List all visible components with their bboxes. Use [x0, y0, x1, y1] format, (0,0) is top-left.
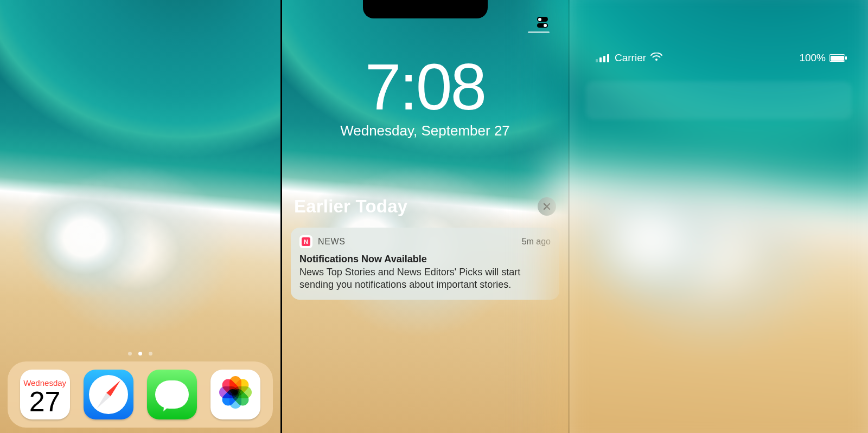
lock-date: Wednesday, September 27 [282, 122, 568, 139]
battery-icon [829, 54, 845, 62]
toggle-switch-icon [537, 17, 548, 22]
page-dot[interactable] [149, 352, 152, 356]
news-glyph: N [302, 237, 310, 246]
page-indicator[interactable] [0, 352, 280, 356]
messages-app-icon[interactable] [147, 370, 197, 419]
calendar-app-icon[interactable]: Wednesday 27 [20, 370, 70, 419]
svg-point-0 [655, 59, 658, 61]
notification-body: News Top Stories and News Editors' Picks… [299, 266, 551, 291]
notification-time: 5m ago [522, 237, 551, 247]
notification-app-name: NEWS [318, 237, 345, 247]
page-dot[interactable] [128, 352, 132, 356]
simulator-toggle[interactable] [528, 15, 550, 33]
notification-card[interactable]: N NEWS 5m ago Notifications Now Availabl… [291, 228, 559, 300]
dock: Wednesday 27 [8, 361, 273, 428]
status-bar: Carrier 100% [570, 52, 868, 64]
notification-title: Notifications Now Available [299, 254, 551, 265]
news-app-icon: N [299, 235, 312, 248]
lock-time: 7:08 [282, 54, 568, 119]
calendar-daynum: 27 [29, 387, 61, 416]
notch [363, 0, 488, 18]
wifi-icon [650, 52, 662, 64]
lock-clock: 7:08 Wednesday, September 27 [282, 54, 568, 139]
page-dot[interactable] [138, 352, 142, 356]
photos-app-icon[interactable] [210, 370, 260, 419]
carrier-label: Carrier [615, 52, 646, 64]
toggle-underline [528, 31, 550, 33]
compass-icon [89, 375, 128, 414]
battery-percent: 100% [799, 52, 826, 64]
safari-app-icon[interactable] [84, 370, 133, 419]
notifications-section-title: Earlier Today [294, 196, 407, 217]
photos-flower-icon [218, 377, 253, 412]
blurred-widget [586, 81, 852, 119]
battery-status: 100% [799, 52, 845, 64]
cellular-signal-icon [596, 54, 609, 62]
speech-bubble-icon [155, 380, 189, 409]
toggle-switch-icon [537, 23, 548, 28]
